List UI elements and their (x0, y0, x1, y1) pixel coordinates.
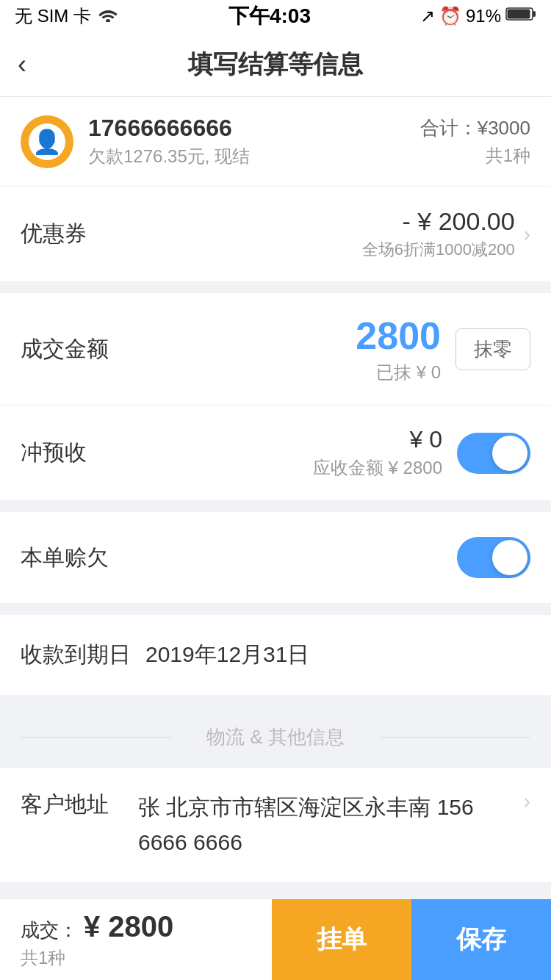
address-chevron-icon: › (524, 790, 530, 813)
discount-desc: 全场6折满1000减200 (362, 239, 515, 261)
precharge-toggle[interactable] (457, 433, 530, 474)
credit-label: 本单赊欠 (21, 543, 109, 573)
due-row: 收款到期日 2019年12月31日 (0, 615, 551, 695)
customer-phone: 17666666666 (88, 115, 250, 142)
status-right: ↗ ⏰ 91% (420, 6, 536, 26)
customer-card: 👤 17666666666 欠款1276.35元, 现结 合计：¥3000 共1… (0, 97, 551, 281)
due-label: 收款到期日 (21, 640, 131, 670)
total-count: 共1种 (420, 144, 530, 167)
credit-row: 本单赊欠 (0, 512, 551, 603)
wifi-icon (97, 6, 119, 26)
address-value: 张 北京市市辖区海淀区永丰南 156 6666 6666 (123, 790, 524, 860)
precharge-row: 冲预收 ¥ 0 应收金额 ¥ 2800 (0, 405, 551, 500)
customer-info: 17666666666 欠款1276.35元, 现结 (88, 115, 250, 168)
summary-count: 共1种 (21, 946, 251, 970)
content: 👤 17666666666 欠款1276.35元, 现结 合计：¥3000 共1… (0, 97, 551, 980)
amount-label: 成交金额 (21, 334, 109, 364)
address-label: 客户地址 (21, 790, 123, 820)
precharge-label: 冲预收 (21, 438, 87, 468)
customer-left: 👤 17666666666 欠款1276.35元, 现结 (21, 115, 250, 168)
chevron-right-icon: › (524, 223, 530, 246)
bottom-bar: 成交： ¥ 2800 共1种 挂单 保存 (0, 899, 551, 980)
amount-value-block: 2800 已抹 ¥ 0 (356, 314, 441, 384)
svg-rect-2 (507, 10, 530, 19)
logistics-line-left (21, 737, 171, 738)
status-time: 下午4:03 (228, 2, 311, 30)
logistics-divider: 物流 & 其他信息 (0, 707, 551, 768)
save-button[interactable]: 保存 (411, 899, 551, 980)
battery-text: 91% (466, 6, 501, 26)
status-left: 无 SIM 卡 (15, 4, 119, 28)
credit-toggle[interactable] (457, 537, 530, 578)
coupon-label: 优惠券 (21, 219, 87, 249)
page-title: 填写结算等信息 (188, 48, 363, 82)
person-icon: 👤 (32, 128, 62, 156)
bottom-summary: 成交： ¥ 2800 共1种 (0, 910, 272, 970)
nav-bar: ‹ 填写结算等信息 (0, 32, 551, 97)
precharge-value-block: ¥ 0 应收金额 ¥ 2800 (313, 426, 442, 480)
address-row[interactable]: 客户地址 张 北京市市辖区海淀区永丰南 156 6666 6666 › (0, 768, 551, 882)
signal-text: 无 SIM 卡 (15, 4, 91, 28)
amount-card: 成交金额 2800 已抹 ¥ 0 抹零 冲预收 ¥ 0 应收金额 ¥ 2800 (0, 293, 551, 500)
amount-value: 2800 (356, 314, 441, 358)
avatar: 👤 (21, 115, 73, 168)
amount-right: 2800 已抹 ¥ 0 抹零 (356, 314, 530, 384)
customer-right: 合计：¥3000 共1种 (420, 115, 530, 167)
credit-toggle-knob (492, 540, 527, 575)
amount-row: 成交金额 2800 已抹 ¥ 0 抹零 (0, 293, 551, 405)
hold-button[interactable]: 挂单 (272, 899, 411, 980)
toggle-knob (492, 436, 527, 471)
avatar-icon: 👤 (29, 123, 65, 160)
back-button[interactable]: ‹ (18, 49, 26, 80)
battery-icon (505, 6, 536, 26)
customer-debt: 欠款1276.35元, 现结 (88, 145, 250, 168)
summary-label: 成交： (21, 918, 78, 943)
summary-amount-row: 成交： ¥ 2800 (21, 910, 251, 943)
svg-rect-1 (533, 11, 536, 17)
discount-amount: - ¥ 200.00 (362, 207, 515, 236)
total-label: 合计：¥3000 (420, 115, 530, 141)
location-icon: ↗ (420, 6, 435, 26)
logistics-text: 物流 & 其他信息 (206, 724, 345, 750)
customer-row: 👤 17666666666 欠款1276.35元, 现结 合计：¥3000 共1… (0, 97, 551, 186)
coupon-right: - ¥ 200.00 全场6折满1000减200 › (362, 207, 530, 261)
coupon-discount: - ¥ 200.00 全场6折满1000减200 (362, 207, 515, 261)
precharge-value: ¥ 0 (313, 426, 442, 453)
coupon-row[interactable]: 优惠券 - ¥ 200.00 全场6折满1000减200 › (0, 186, 551, 281)
precharge-right: ¥ 0 应收金额 ¥ 2800 (313, 426, 530, 480)
precharge-sub: 应收金额 ¥ 2800 (313, 456, 442, 480)
amount-sub: 已抹 ¥ 0 (356, 361, 441, 384)
alarm-icon: ⏰ (439, 6, 461, 26)
logistics-line-right (380, 737, 530, 738)
round-button[interactable]: 抹零 (455, 328, 530, 370)
summary-amount: ¥ 2800 (84, 910, 173, 943)
status-bar: 无 SIM 卡 下午4:03 ↗ ⏰ 91% (0, 0, 551, 32)
due-date-value: 2019年12月31日 (145, 640, 309, 670)
